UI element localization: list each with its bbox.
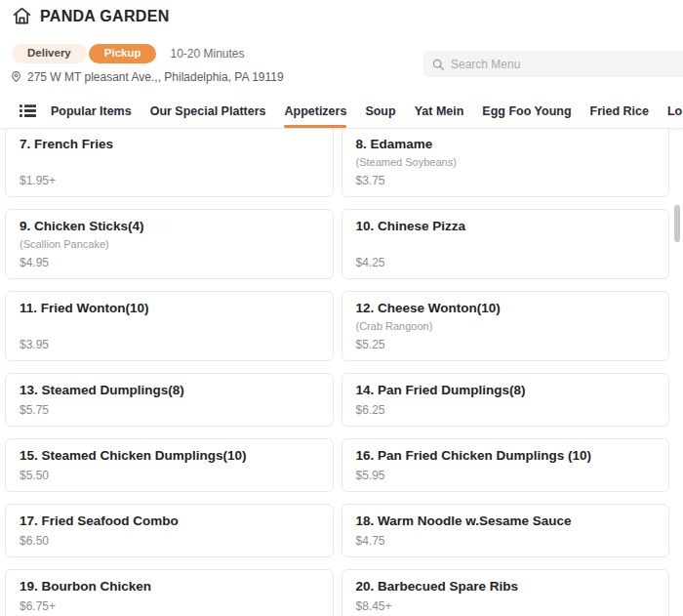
menu-item-price: $8.45+ (356, 595, 656, 614)
category-tabbar: Popular ItemsOur Special PlattersAppetiz… (0, 94, 683, 129)
restaurant-name: PANDA GARDEN (40, 8, 170, 25)
tab-label: Lo Mein (667, 104, 683, 118)
menu-item-card[interactable]: 15. Steamed Chicken Dumplings(10) $5.50 (5, 438, 334, 492)
category-list-icon[interactable] (20, 103, 36, 118)
tab-label: Popular Items (51, 104, 132, 118)
pickup-button[interactable]: Pickup (89, 44, 157, 63)
menu-item-card[interactable]: 14. Pan Fried Dumplings(8) $6.25 (342, 373, 670, 427)
menu-item-card[interactable]: 8. Edamame (Steamed Soybeans) $3.75 (342, 129, 670, 197)
fulfillment-options: Delivery Pickup 10-20 Minutes (12, 44, 245, 63)
tab-popular-items[interactable]: Popular Items (51, 94, 132, 128)
menu-item-price: $1.95+ (20, 169, 319, 188)
menu-item-price: $3.75 (356, 169, 656, 188)
menu-item-title: 11. Fried Wonton(10) (20, 300, 319, 316)
menu-item-card[interactable]: 20. Barbecued Spare Ribs $8.45+ (342, 569, 670, 616)
tab-label: Egg Foo Young (482, 104, 571, 118)
menu-item-price: $6.75+ (20, 595, 319, 614)
menu-item-title: 12. Cheese Wonton(10) (356, 300, 656, 316)
menu-item-title: 16. Pan Fried Chicken Dumplings (10) (356, 447, 656, 464)
restaurant-menu-page: PANDA GARDEN Delivery Pickup 10-20 Minut… (0, 0, 683, 616)
tab-label: Soup (365, 104, 395, 118)
menu-item-card[interactable]: 16. Pan Fried Chicken Dumplings (10) $5.… (342, 438, 670, 492)
tab-yat-mein[interactable]: Yat Mein (415, 94, 464, 128)
menu-item-title: 8. Edamame (356, 136, 656, 152)
menu-item-title: 9. Chicken Sticks(4) (20, 218, 319, 234)
menu-item-card[interactable]: 10. Chinese Pizza $4.25 (342, 209, 670, 279)
menu-item-price: $3.95 (20, 333, 319, 352)
menu-item-price: $4.25 (356, 251, 656, 270)
tab-our-special-platters[interactable]: Our Special Platters (150, 94, 266, 128)
menu-item-price: $4.95 (20, 251, 319, 270)
tab-egg-foo-young[interactable]: Egg Foo Young (482, 94, 571, 128)
search-box[interactable] (423, 51, 683, 77)
tab-fried-rice[interactable]: Fried Rice (590, 94, 649, 128)
menu-item-card[interactable]: 11. Fried Wonton(10) $3.95 (5, 291, 334, 361)
menu-item-subtitle: (Steamed Soybeans) (356, 155, 656, 169)
location-pin-icon (10, 69, 22, 84)
menu-items-area: 7. French Fries $1.95+ 8. Edamame (Steam… (0, 129, 683, 616)
menu-item-card[interactable]: 13. Steamed Dumplings(8) $5.75 (5, 373, 334, 427)
menu-item-card[interactable]: 18. Warm Noodle w.Sesame Sauce $4.75 (342, 504, 670, 557)
menu-item-title: 10. Chinese Pizza (356, 218, 656, 234)
search-icon (431, 58, 445, 71)
menu-item-title: 17. Fried Seafood Combo (20, 513, 319, 529)
menu-item-title: 7. French Fries (20, 136, 319, 152)
menu-item-price: $5.75 (20, 398, 319, 418)
search-input[interactable] (451, 58, 683, 71)
menu-item-subtitle: (Crab Rangoon) (356, 319, 656, 333)
tab-lo-mein[interactable]: Lo Mein (667, 94, 683, 128)
delivery-button[interactable]: Delivery (12, 44, 87, 63)
menu-item-price: $4.75 (356, 529, 656, 549)
menu-item-price: $5.95 (356, 464, 656, 483)
menu-item-price: $6.50 (20, 529, 319, 549)
menu-item-price: $5.50 (20, 464, 319, 483)
tab-appetizers[interactable]: Appetizers (284, 94, 346, 128)
menu-item-card[interactable]: 12. Cheese Wonton(10) (Crab Rangoon) $5.… (342, 291, 670, 361)
tab-label: Appetizers (284, 104, 346, 118)
menu-item-card[interactable]: 19. Bourbon Chicken $6.75+ (5, 569, 334, 616)
menu-item-price: $6.25 (356, 398, 656, 418)
home-icon[interactable] (12, 6, 32, 26)
menu-grid: 7. French Fries $1.95+ 8. Edamame (Steam… (0, 129, 683, 616)
address-row: 275 W MT pleasant Ave.,, Philadelphia, P… (10, 69, 284, 84)
menu-item-title: 18. Warm Noodle w.Sesame Sauce (356, 513, 656, 529)
tab-label: Our Special Platters (150, 104, 266, 118)
menu-item-title: 15. Steamed Chicken Dumplings(10) (20, 447, 319, 464)
menu-item-title: 20. Barbecued Spare Ribs (356, 578, 656, 595)
vertical-scrollbar-thumb[interactable] (674, 205, 680, 242)
menu-item-card[interactable]: 17. Fried Seafood Combo $6.50 (5, 504, 334, 557)
category-tabs: Popular ItemsOur Special PlattersAppetiz… (51, 94, 683, 128)
menu-item-subtitle: (Scallion Pancake) (20, 237, 319, 251)
tab-label: Yat Mein (415, 104, 464, 118)
menu-item-price: $5.25 (356, 333, 656, 352)
tab-soup[interactable]: Soup (365, 94, 395, 128)
menu-item-card[interactable]: 9. Chicken Sticks(4) (Scallion Pancake) … (5, 209, 334, 279)
menu-item-card[interactable]: 7. French Fries $1.95+ (5, 129, 334, 197)
brand-header: PANDA GARDEN (12, 6, 170, 26)
tab-label: Fried Rice (590, 104, 649, 118)
menu-item-title: 19. Bourbon Chicken (20, 578, 319, 595)
address-text: 275 W MT pleasant Ave.,, Philadelphia, P… (27, 70, 284, 84)
menu-item-title: 13. Steamed Dumplings(8) (20, 382, 319, 398)
eta-text: 10-20 Minutes (170, 47, 244, 61)
menu-item-title: 14. Pan Fried Dumplings(8) (356, 382, 656, 398)
